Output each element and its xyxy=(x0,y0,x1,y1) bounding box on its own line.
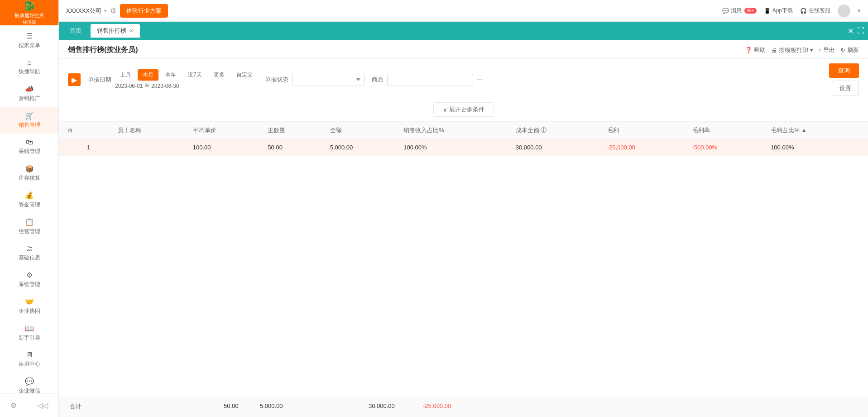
export-icon: ↑ xyxy=(819,47,822,53)
goods-input[interactable] xyxy=(387,74,473,86)
sidebar-label-appstore: 应用中心 xyxy=(19,360,40,368)
footer-qty xyxy=(173,401,218,412)
goods-label: 商品 xyxy=(372,76,384,84)
td-gross: -25,000.00 xyxy=(602,139,687,156)
sidebar: 🐉 畅康通好生意 标准版 ☰ 搜索菜单 ⌂ 快捷导航 📣 营销推广 🛒 销售管理… xyxy=(0,0,59,417)
company-name: XXXXXX公司 xyxy=(66,7,101,15)
date-tab-更多[interactable]: 更多 xyxy=(209,69,230,81)
query-btn[interactable]: 查询 xyxy=(829,63,859,78)
content-area: 销售排行榜(按业务员) ❓ 帮助 🖨 按模板打印 ▾ ↑ 导出 ↻ 刷新 xyxy=(59,40,868,417)
industry-btn[interactable]: 体验行业方案 xyxy=(120,4,168,18)
close-window-btn[interactable]: ✕ xyxy=(848,27,854,35)
app-download-item[interactable]: 📱 App下载 xyxy=(764,7,793,14)
date-range-display: 2023-06-01 至 2023-06-30 xyxy=(115,82,258,90)
refresh-btn[interactable]: ↻ 刷新 xyxy=(840,46,859,54)
td-amount: 5,000.00 xyxy=(325,139,398,156)
footer-sales-pct xyxy=(309,401,363,412)
goods-more-btn[interactable]: ··· xyxy=(477,76,483,84)
sidebar-item-inventory[interactable]: 📦 库存核算 xyxy=(0,160,58,187)
expand-filters-arrow[interactable]: ▶ xyxy=(68,73,81,86)
date-tab-本年[interactable]: 本年 xyxy=(160,69,181,81)
sidebar-label-inventory: 库存核算 xyxy=(19,174,40,182)
online-service-item[interactable]: 🎧 在线客服 xyxy=(800,7,830,14)
purchase-icon: 🛍 xyxy=(26,138,33,146)
sidebar-item-finance[interactable]: 💰 资金管理 xyxy=(0,187,58,213)
expand-more-btn[interactable]: ∨ 展开更多条件 xyxy=(433,102,494,117)
table-header-row: ⚙ 员工名称 平均单价 主数量 全额 销售收入占比% 成本全额 ⓘ 毛利 毛利率… xyxy=(59,122,868,139)
table-row: 1 100.00 50.00 5,000.00 100.00% 30,000.0… xyxy=(59,139,868,156)
search-menu-icon: ☰ xyxy=(26,32,33,40)
th-settings[interactable]: ⚙ xyxy=(59,122,82,139)
notification-label: 消息 xyxy=(731,7,742,14)
help-btn[interactable]: ❓ 帮助 xyxy=(745,46,766,54)
status-select[interactable] xyxy=(292,74,364,86)
sidebar-label-guide: 新手引导 xyxy=(19,334,40,342)
footer-label: 合计 xyxy=(64,401,173,412)
wechat-icon: 💬 xyxy=(25,377,34,386)
tab-home[interactable]: 首页 xyxy=(62,23,89,38)
export-btn[interactable]: ↑ 导出 xyxy=(819,46,835,54)
home-icon: ⌂ xyxy=(27,58,32,67)
sidebar-item-system[interactable]: ⚙ 系统管理 xyxy=(0,266,58,293)
th-gross: 毛利 xyxy=(602,122,687,139)
maximize-window-btn[interactable]: ⛶ xyxy=(857,27,864,35)
sidebar-label-operations: 经营管理 xyxy=(19,228,40,235)
sidebar-item-enterprise[interactable]: 🤝 企业协同 xyxy=(0,293,58,320)
sidebar-item-appstore[interactable]: 🖥 应用中心 xyxy=(0,346,58,373)
online-service-label: 在线客服 xyxy=(809,7,830,14)
sidebar-bottom: ⚙ ◁◁ xyxy=(0,393,58,417)
date-tab-本月[interactable]: 本月 xyxy=(138,69,158,81)
th-qty: 主数量 xyxy=(262,122,324,139)
sidebar-item-base[interactable]: 🗂 基础信息 xyxy=(0,240,58,266)
sidebar-item-operations[interactable]: 📋 经营管理 xyxy=(0,213,58,240)
appstore-icon: 🖥 xyxy=(26,351,33,359)
notification-item[interactable]: 💬 消息 99+ xyxy=(722,7,757,14)
td-gross-rate: -500.00% xyxy=(687,139,766,156)
company-settings-icon[interactable]: ⚙ xyxy=(110,6,116,15)
avatar[interactable] xyxy=(838,5,850,17)
print-btn[interactable]: 🖨 按模板打印 ▾ xyxy=(771,46,813,54)
date-label: 单据日期 xyxy=(88,76,111,84)
table-wrap: ⚙ 员工名称 平均单价 主数量 全额 销售收入占比% 成本全额 ⓘ 毛利 毛利率… xyxy=(59,122,868,396)
sidebar-item-marketing[interactable]: 📣 营销推广 xyxy=(0,80,58,107)
footer-total-label: 合计 xyxy=(70,403,82,410)
td-name xyxy=(112,139,187,156)
tab-close-icon[interactable]: ✕ xyxy=(129,28,134,34)
sidebar-item-search[interactable]: ☰ 搜索菜单 xyxy=(0,27,58,54)
sidebar-nav: ☰ 搜索菜单 ⌂ 快捷导航 📣 营销推广 🛒 销售管理 🛍 采购管理 📦 库存核… xyxy=(0,25,58,393)
filter-row-1: ▶ 单据日期 上月本月本年近7天更多自定义 2023-06-01 至 2023-… xyxy=(68,63,859,96)
filter-settings-btn[interactable]: 设置 xyxy=(832,81,859,96)
date-tab-上月[interactable]: 上月 xyxy=(115,69,136,81)
company-selector[interactable]: XXXXXX公司 ▾ xyxy=(66,7,106,15)
main-area: XXXXXX公司 ▾ ⚙ 体验行业方案 💬 消息 99+ 📱 App下载 🎧 在… xyxy=(59,0,868,417)
date-tab-近7天[interactable]: 近7天 xyxy=(183,69,207,81)
sidebar-label-base: 基础信息 xyxy=(19,254,40,262)
td-avg-price: 100.00 xyxy=(187,139,263,156)
topbar: XXXXXX公司 ▾ ⚙ 体验行业方案 💬 消息 99+ 📱 App下载 🎧 在… xyxy=(59,0,868,22)
finance-icon: 💰 xyxy=(25,191,34,200)
sidebar-label-sales: 销售管理 xyxy=(19,121,40,129)
tabbar-actions: ✕ ⛶ xyxy=(848,27,864,35)
date-tab-自定义[interactable]: 自定义 xyxy=(231,69,258,81)
collapse-sidebar-icon[interactable]: ◁◁ xyxy=(34,399,52,412)
inventory-icon: 📦 xyxy=(25,164,34,173)
sidebar-item-purchase[interactable]: 🛍 采购管理 xyxy=(0,134,58,160)
tab-sales-ranking[interactable]: 销售排行榜 ✕ xyxy=(91,24,140,38)
th-name: 员工名称 xyxy=(112,122,187,139)
system-icon: ⚙ xyxy=(26,271,33,279)
sidebar-item-wechat[interactable]: 💬 企业微信 xyxy=(0,373,58,393)
guide-icon: 📖 xyxy=(25,324,34,333)
settings-bottom-icon[interactable]: ⚙ xyxy=(7,399,20,412)
refresh-icon: ↻ xyxy=(840,47,845,53)
logo-sub: 标准版 xyxy=(23,19,36,25)
th-sales-pct: 销售收入占比% xyxy=(398,122,510,139)
message-icon: 💬 xyxy=(722,8,729,14)
sidebar-item-guide[interactable]: 📖 新手引导 xyxy=(0,320,58,346)
th-rank xyxy=(82,122,112,139)
sidebar-item-sales[interactable]: 🛒 销售管理 xyxy=(0,107,58,134)
sidebar-label-shortcut: 快捷导航 xyxy=(19,68,40,76)
sidebar-label-marketing: 营销推广 xyxy=(19,95,40,102)
sales-icon: 🛒 xyxy=(25,111,34,120)
status-label: 单据状态 xyxy=(265,76,288,84)
sidebar-item-shortcut[interactable]: ⌂ 快捷导航 xyxy=(0,54,58,80)
